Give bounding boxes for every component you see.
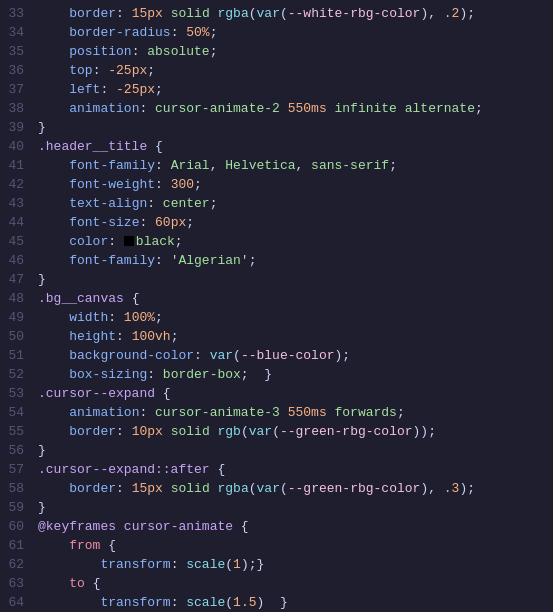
line-content: text-align: center;: [38, 194, 217, 213]
line-number: 34: [0, 23, 38, 42]
var-token: --white-rbg-color: [288, 6, 421, 21]
brace-token: }: [38, 272, 46, 287]
text-token: ,: [210, 158, 226, 173]
text-token: ;: [389, 158, 397, 173]
text-token: ;: [397, 405, 405, 420]
colon-token: :: [108, 234, 124, 249]
property-token: font-family: [69, 158, 155, 173]
colon-token: :: [171, 557, 187, 572]
line-content: }: [38, 498, 46, 517]
selector-token: .cursor--expand: [38, 386, 155, 401]
line-number: 55: [0, 422, 38, 441]
line-content: to {: [38, 574, 100, 593]
line-content: from {: [38, 536, 116, 555]
value-token: solid: [171, 481, 210, 496]
value-token: cursor-animate-3: [155, 405, 280, 420]
line-number: 41: [0, 156, 38, 175]
line: 51 background-color: var(--blue-color);: [0, 346, 553, 365]
selector-token: .cursor--expand::after: [38, 462, 210, 477]
text-token: ;: [147, 63, 155, 78]
line-number: 42: [0, 175, 38, 194]
line-content: .cursor--expand::after {: [38, 460, 225, 479]
line-content: box-sizing: border-box; }: [38, 365, 272, 384]
text-token: [397, 101, 405, 116]
indent-token: [38, 538, 69, 553]
line-content: font-family: 'Algerian';: [38, 251, 256, 270]
line-content: background-color: var(--blue-color);: [38, 346, 350, 365]
func-token: scale: [186, 557, 225, 572]
func-token: scale: [186, 595, 225, 610]
line-content: height: 100vh;: [38, 327, 178, 346]
text-token: [280, 101, 288, 116]
property-token: transform: [100, 557, 170, 572]
value-orange-token: 100vh: [132, 329, 171, 344]
code-lines: 33 border: 15px solid rgba(var(--white-r…: [0, 0, 553, 612]
value-orange-token: 1.5: [233, 595, 256, 610]
func-token: var: [257, 481, 280, 496]
line: 63 to {: [0, 574, 553, 593]
func-token: var: [249, 424, 272, 439]
text-token: ;: [171, 329, 179, 344]
func-token: rgba: [218, 481, 249, 496]
brace-token: }: [38, 443, 46, 458]
colon-token: :: [93, 63, 109, 78]
indent-token: [38, 82, 69, 97]
line: 39}: [0, 118, 553, 137]
line: 34 border-radius: 50%;: [0, 23, 553, 42]
property-token: transform: [100, 595, 170, 610]
text-token: [210, 424, 218, 439]
indent-token: [38, 158, 69, 173]
value-token: cursor-animate-2: [155, 101, 280, 116]
text-token: ),: [420, 6, 443, 21]
brace-token: {: [217, 462, 225, 477]
line-content: width: 100%;: [38, 308, 163, 327]
brace-token: }: [38, 120, 46, 135]
line: 45 color: black;: [0, 232, 553, 251]
text-token: ;: [155, 82, 163, 97]
line-number: 49: [0, 308, 38, 327]
property-token: top: [69, 63, 92, 78]
line: 53.cursor--expand {: [0, 384, 553, 403]
indent-token: [38, 405, 69, 420]
value-orange-token: 15px: [132, 6, 163, 21]
line: 60@keyframes cursor-animate {: [0, 517, 553, 536]
line-number: 39: [0, 118, 38, 137]
func-token: rgb: [218, 424, 241, 439]
line: 59}: [0, 498, 553, 517]
colon-token: :: [116, 6, 132, 21]
line: 37 left: -25px;: [0, 80, 553, 99]
var-token: --green-rbg-color: [288, 481, 421, 496]
text-token: ,: [296, 158, 312, 173]
brace-token: {: [108, 538, 116, 553]
indent-token: [38, 215, 69, 230]
text-token: [280, 405, 288, 420]
text-token: (: [280, 481, 288, 496]
indent-token: [38, 196, 69, 211]
text-token: (: [241, 424, 249, 439]
line: 35 position: absolute;: [0, 42, 553, 61]
text-token: [85, 576, 93, 591]
text-token: [155, 386, 163, 401]
line-number: 36: [0, 61, 38, 80]
value-token: black: [136, 234, 175, 249]
property-token: background-color: [69, 348, 194, 363]
line-number: 46: [0, 251, 38, 270]
colon-token: :: [147, 196, 163, 211]
line-content: font-weight: 300;: [38, 175, 202, 194]
var-token: --blue-color: [241, 348, 335, 363]
value-orange-token: 60px: [155, 215, 186, 230]
text-token: ));: [413, 424, 436, 439]
text-token: [327, 405, 335, 420]
property-token: border-radius: [69, 25, 170, 40]
line-content: border-radius: 50%;: [38, 23, 217, 42]
line-content: .bg__canvas {: [38, 289, 139, 308]
line-number: 43: [0, 194, 38, 213]
value-orange-token: .2: [444, 6, 460, 21]
keyword-token: from: [69, 538, 100, 553]
value-orange-token: -25px: [116, 82, 155, 97]
text-token: ),: [420, 481, 443, 496]
brace-token: {: [155, 139, 163, 154]
line: 57.cursor--expand::after {: [0, 460, 553, 479]
line: 46 font-family: 'Algerian';: [0, 251, 553, 270]
text-token: (: [225, 595, 233, 610]
